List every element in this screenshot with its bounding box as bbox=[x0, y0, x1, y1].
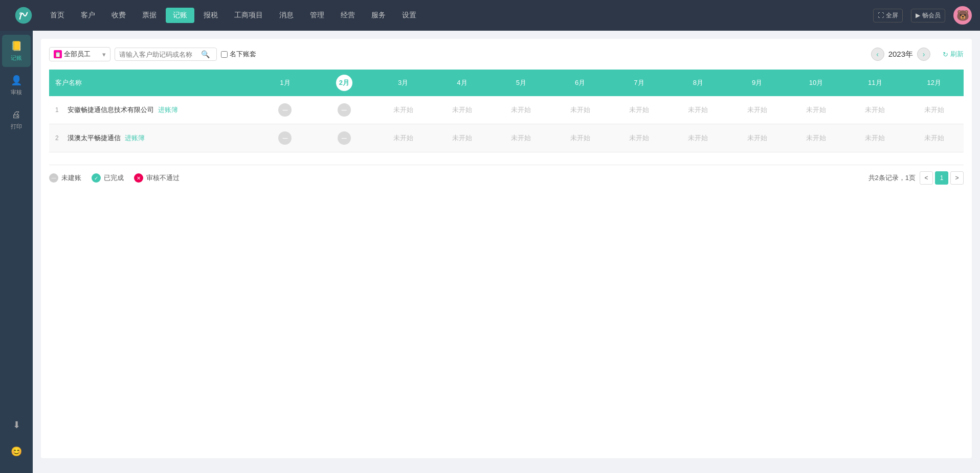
row1-feb bbox=[315, 96, 373, 124]
legend-rejected: ✕ 审核不通过 bbox=[134, 173, 180, 183]
row1-jan bbox=[256, 96, 315, 124]
legend-green-icon: ✓ bbox=[92, 173, 101, 183]
customer-cell-2: 2 漠澳太平畅捷通信 进账簿 bbox=[49, 124, 256, 152]
row2-dec: 未开始 bbox=[905, 124, 964, 152]
print-icon: 🖨 bbox=[10, 108, 23, 121]
dash-icon bbox=[338, 131, 351, 145]
nav-fee[interactable]: 收费 bbox=[104, 8, 133, 23]
employee-select[interactable]: 📋 全部员工 ▾ bbox=[49, 47, 110, 61]
not-started: 未开始 bbox=[688, 106, 708, 114]
fullscreen-button[interactable]: ⛶ 全屏 bbox=[873, 9, 903, 22]
nav-manage[interactable]: 管理 bbox=[303, 8, 331, 23]
legend-rejected-label: 审核不通过 bbox=[146, 173, 180, 183]
row1-aug: 未开始 bbox=[669, 96, 727, 124]
sidebar-item-audit[interactable]: 👤 审核 bbox=[2, 69, 31, 101]
account-icon: 📒 bbox=[10, 40, 23, 52]
avatar[interactable]: 🐻 bbox=[953, 6, 972, 25]
not-started: 未开始 bbox=[452, 106, 472, 114]
col-apr: 4月 bbox=[433, 70, 492, 96]
checkbox-wrap[interactable]: 名下账套 bbox=[221, 50, 256, 59]
nav-invoice[interactable]: 票据 bbox=[135, 8, 164, 23]
not-started: 未开始 bbox=[865, 134, 885, 142]
svg-point-1 bbox=[19, 12, 22, 15]
nav-setting[interactable]: 设置 bbox=[395, 8, 424, 23]
nav-account[interactable]: 记账 bbox=[166, 8, 194, 23]
nav-operation[interactable]: 经营 bbox=[333, 8, 362, 23]
next-year-button[interactable]: › bbox=[917, 48, 930, 61]
legend-not-built-label: 未建账 bbox=[61, 173, 81, 183]
nav-tax[interactable]: 报税 bbox=[196, 8, 225, 23]
next-page-button[interactable]: > bbox=[950, 171, 964, 185]
nav-customer[interactable]: 客户 bbox=[74, 8, 102, 23]
row1-nov: 未开始 bbox=[845, 96, 904, 124]
toolbar: 📋 全部员工 ▾ 🔍 名下账套 ‹ 2023年 › ↻ 刷新 bbox=[49, 47, 964, 61]
page-nav: < 1 > bbox=[920, 171, 964, 185]
nav-service[interactable]: 服务 bbox=[364, 8, 393, 23]
row1-apr: 未开始 bbox=[433, 96, 492, 124]
not-started: 未开始 bbox=[570, 134, 590, 142]
row2-feb bbox=[315, 124, 373, 152]
row1-mar: 未开始 bbox=[373, 96, 432, 124]
not-started: 未开始 bbox=[747, 106, 767, 114]
top-navigation: 首页 客户 收费 票据 记账 报税 工商项目 消息 管理 经营 服务 设置 ⛶ … bbox=[0, 0, 980, 31]
not-started: 未开始 bbox=[806, 106, 826, 114]
sidebar-print-label: 打印 bbox=[11, 123, 22, 130]
vip-button[interactable]: ▶ 畅会员 bbox=[911, 9, 945, 22]
year-display: 2023年 bbox=[888, 50, 913, 59]
prev-year-button[interactable]: ‹ bbox=[871, 48, 884, 61]
table-row: 1 安徽畅捷通信息技术有限公司 进账簿 未开始 未开始 未开始 未开始 未开始 … bbox=[49, 96, 964, 124]
year-nav: ‹ 2023年 › bbox=[871, 48, 930, 61]
logo[interactable] bbox=[8, 6, 39, 25]
col-feb: 2月 bbox=[315, 70, 373, 96]
not-started: 未开始 bbox=[511, 134, 531, 142]
pagination: 共2条记录，1页 < 1 > bbox=[868, 171, 964, 185]
vip-icon: ▶ bbox=[916, 12, 920, 19]
sidebar-account-label: 记账 bbox=[11, 54, 22, 62]
row2-oct: 未开始 bbox=[787, 124, 845, 152]
page-1-button[interactable]: 1 bbox=[935, 171, 948, 185]
not-started: 未开始 bbox=[393, 106, 413, 114]
dash-icon bbox=[338, 103, 351, 117]
sidebar-item-print[interactable]: 🖨 打印 bbox=[2, 103, 31, 136]
refresh-button[interactable]: ↻ 刷新 bbox=[943, 50, 964, 59]
row2-aug: 未开始 bbox=[669, 124, 727, 152]
col-oct: 10月 bbox=[787, 70, 845, 96]
fullscreen-icon: ⛶ bbox=[878, 12, 884, 19]
enter-link-2[interactable]: 进账簿 bbox=[125, 133, 145, 143]
search-button[interactable]: 🔍 bbox=[201, 50, 210, 58]
row2-may: 未开始 bbox=[492, 124, 550, 152]
checkbox-label: 名下账套 bbox=[230, 50, 256, 59]
row-num-1: 1 bbox=[55, 106, 63, 114]
prev-page-button[interactable]: < bbox=[920, 171, 933, 185]
content-card: 📋 全部员工 ▾ 🔍 名下账套 ‹ 2023年 › ↻ 刷新 bbox=[41, 39, 972, 458]
download-icon: ⬇ bbox=[10, 419, 23, 431]
not-started: 未开始 bbox=[924, 134, 944, 142]
search-input[interactable] bbox=[119, 51, 201, 58]
nav-business[interactable]: 工商项目 bbox=[227, 8, 270, 23]
row2-apr: 未开始 bbox=[433, 124, 492, 152]
page-info: 共2条记录，1页 bbox=[868, 173, 916, 183]
sidebar-support[interactable]: 😊 bbox=[2, 440, 31, 463]
col-may: 5月 bbox=[492, 70, 550, 96]
dash-icon bbox=[278, 131, 292, 145]
customer-name-2: 漠澳太平畅捷通信 bbox=[68, 133, 121, 143]
sidebar-item-account[interactable]: 📒 记账 bbox=[2, 35, 31, 67]
not-started: 未开始 bbox=[924, 106, 944, 114]
table-row: 2 漠澳太平畅捷通信 进账簿 未开始 未开始 未开始 未开始 未开始 未开始 bbox=[49, 124, 964, 152]
nav-home[interactable]: 首页 bbox=[43, 8, 72, 23]
refresh-label: 刷新 bbox=[950, 50, 964, 59]
row1-jun: 未开始 bbox=[550, 96, 609, 124]
row2-nov: 未开始 bbox=[845, 124, 904, 152]
support-icon: 😊 bbox=[10, 445, 23, 458]
logo-icon bbox=[14, 6, 33, 25]
refresh-icon: ↻ bbox=[943, 51, 948, 58]
search-input-wrap: 🔍 bbox=[115, 48, 217, 61]
fullscreen-label: 全屏 bbox=[886, 11, 898, 20]
nav-message[interactable]: 消息 bbox=[272, 8, 301, 23]
not-started: 未开始 bbox=[629, 134, 649, 142]
my-accounts-checkbox[interactable] bbox=[221, 51, 228, 58]
sidebar-download[interactable]: ⬇ bbox=[2, 414, 31, 436]
enter-link-1[interactable]: 进账簿 bbox=[158, 105, 178, 115]
audit-icon: 👤 bbox=[10, 74, 23, 86]
col-sep: 9月 bbox=[727, 70, 786, 96]
